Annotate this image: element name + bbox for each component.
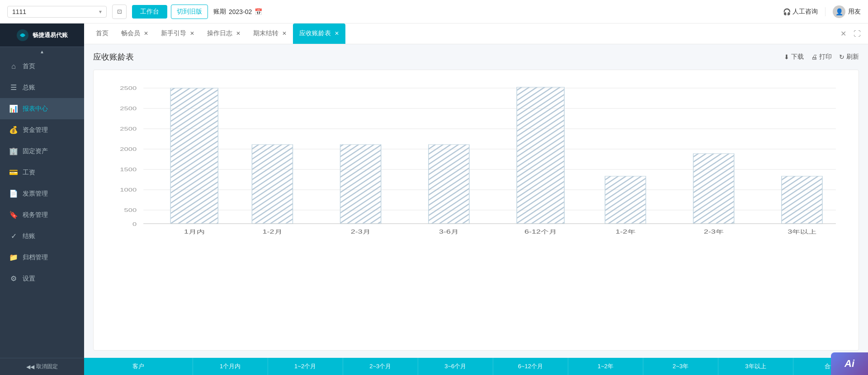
- download-button[interactable]: ⬇ 下载: [784, 53, 804, 61]
- close-tab-button[interactable]: ✕: [839, 28, 848, 40]
- ai-badge[interactable]: Ai: [831, 352, 868, 375]
- tab-label: 新手引导: [161, 29, 186, 38]
- tab-actions: ✕ ⛶: [839, 28, 863, 40]
- copy-icon: ⊡: [117, 8, 122, 15]
- archive-icon: 📁: [9, 253, 18, 262]
- col-1-2month: 1~2个月: [268, 358, 343, 375]
- sidebar-item-label: 固定资产: [23, 147, 48, 155]
- sidebar-item-label: 报表中心: [23, 105, 48, 113]
- app-logo-text: 畅捷通易代账: [33, 31, 68, 39]
- col-1month: 1个月内: [193, 358, 268, 375]
- headset-icon: 🎧: [783, 8, 791, 15]
- sidebar-item-settings[interactable]: ⚙ 设置: [0, 268, 84, 289]
- app-logo-icon: [16, 29, 29, 42]
- refresh-icon: ↻: [839, 53, 844, 61]
- tab-close-oplog[interactable]: ✕: [236, 30, 241, 37]
- page-content: 应收账龄表 ⬇ 下载 🖨 打印 ↻ 刷新: [84, 44, 868, 358]
- refresh-label: 刷新: [846, 53, 859, 61]
- table-header: 客户 1个月内 1~2个月 2~3个月 3~6个月 6~12个月 1~2年 2~…: [84, 358, 868, 375]
- svg-text:2500: 2500: [120, 85, 137, 91]
- tab-period-end[interactable]: 期末结转 ✕: [247, 23, 293, 44]
- sidebar-item-label: 发票管理: [23, 190, 48, 198]
- sidebar-item-tax[interactable]: 🔖 税务管理: [0, 204, 84, 225]
- invoice-icon: 📄: [9, 189, 18, 198]
- user-button[interactable]: 👤 用友: [833, 5, 861, 18]
- assets-icon: 🏢: [9, 147, 18, 155]
- tab-aging[interactable]: 应收账龄表 ✕: [293, 23, 345, 44]
- workbench-button[interactable]: 工作台: [132, 5, 167, 19]
- sidebar-item-salary[interactable]: 💳 工资: [0, 162, 84, 183]
- header-right: 🎧 人工咨询 👤 用友: [783, 5, 861, 18]
- tax-icon: 🔖: [9, 211, 18, 219]
- sidebar-item-label: 税务管理: [23, 211, 48, 219]
- tab-close-aging[interactable]: ✕: [335, 30, 339, 37]
- maximize-tab-button[interactable]: ⛶: [852, 28, 863, 40]
- calendar-icon[interactable]: 📅: [255, 8, 262, 15]
- svg-text:1月内: 1月内: [184, 229, 204, 234]
- svg-text:2-3月: 2-3月: [351, 229, 371, 234]
- user-avatar-icon: 👤: [833, 5, 845, 18]
- checkout-icon: ✓: [9, 232, 18, 240]
- settings-icon: ⚙: [9, 274, 18, 283]
- svg-rect-19: [252, 145, 292, 224]
- sidebar-item-funds[interactable]: 💰 资金管理: [0, 119, 84, 141]
- sidebar-item-label: 总账: [23, 84, 35, 92]
- chart-wrap: 2500 2500 2500 2000 1500 1000 500 0: [103, 79, 849, 251]
- sidebar: 畅捷通易代账 ▲ ⌂ 首页 ☰ 总账 📊 报表中心 💰 资金管理 🏢 固定资产 …: [0, 23, 84, 375]
- company-selector[interactable]: 1111 ▾: [7, 6, 107, 18]
- sidebar-item-checkout[interactable]: ✓ 结账: [0, 225, 84, 247]
- tab-guide[interactable]: 新手引导 ✕: [155, 23, 201, 44]
- svg-text:0: 0: [132, 221, 137, 227]
- tab-close-period[interactable]: ✕: [282, 30, 287, 37]
- tab-close-member[interactable]: ✕: [144, 30, 148, 37]
- company-name: 1111: [12, 8, 95, 15]
- col-3-6month: 3~6个月: [418, 358, 493, 375]
- sidebar-item-reports[interactable]: 📊 报表中心: [0, 98, 84, 119]
- svg-rect-24: [693, 154, 734, 224]
- main-layout: 畅捷通易代账 ▲ ⌂ 首页 ☰ 总账 📊 报表中心 💰 资金管理 🏢 固定资产 …: [0, 23, 868, 375]
- svg-text:2000: 2000: [120, 146, 137, 152]
- sidebar-item-home[interactable]: ⌂ 首页: [0, 56, 84, 77]
- top-header: 1111 ▾ ⊡ 工作台 切到旧版 账期 2023-02 📅 🎧 人工咨询 👤 …: [0, 0, 868, 23]
- bar-chart: 2500 2500 2500 2000 1500 1000 500 0: [103, 79, 849, 251]
- sidebar-item-assets[interactable]: 🏢 固定资产: [0, 141, 84, 162]
- tab-label: 应收账龄表: [299, 29, 331, 38]
- svg-text:3-6月: 3-6月: [439, 229, 459, 234]
- cancel-fixed-button[interactable]: ◀◀ 取消固定: [0, 358, 84, 375]
- tab-close-guide[interactable]: ✕: [190, 30, 194, 37]
- sidebar-item-label: 归档管理: [23, 253, 48, 262]
- switch-old-button[interactable]: 切到旧版: [171, 5, 208, 19]
- sidebar-scroll-up[interactable]: ▲: [0, 47, 84, 56]
- content-area: 首页 畅会员 ✕ 新手引导 ✕ 操作日志 ✕ 期末结转 ✕ 应收账龄表 ✕: [84, 23, 868, 375]
- consult-label: 人工咨询: [793, 8, 818, 16]
- sidebar-item-label: 资金管理: [23, 126, 48, 134]
- sidebar-item-invoice[interactable]: 📄 发票管理: [0, 183, 84, 204]
- ledger-icon: ☰: [9, 83, 18, 92]
- print-button[interactable]: 🖨 打印: [811, 53, 832, 61]
- sidebar-item-label: 首页: [23, 62, 35, 70]
- page-header: 应收账龄表 ⬇ 下载 🖨 打印 ↻ 刷新: [93, 52, 859, 62]
- download-icon: ⬇: [784, 53, 789, 61]
- consult-button[interactable]: 🎧 人工咨询: [783, 8, 818, 16]
- refresh-button[interactable]: ↻ 刷新: [839, 53, 859, 61]
- svg-text:2-3年: 2-3年: [704, 229, 724, 234]
- sidebar-item-label: 工资: [23, 169, 35, 177]
- sidebar-item-ledger[interactable]: ☰ 总账: [0, 77, 84, 98]
- tab-label: 畅会员: [121, 29, 140, 38]
- svg-rect-23: [605, 176, 646, 224]
- sidebar-item-archive[interactable]: 📁 归档管理: [0, 247, 84, 268]
- svg-rect-18: [170, 88, 218, 224]
- copy-button[interactable]: ⊡: [112, 5, 127, 19]
- svg-text:3年以上: 3年以上: [788, 229, 816, 234]
- user-label: 用友: [848, 8, 861, 16]
- tab-label: 首页: [96, 29, 108, 38]
- tab-member[interactable]: 畅会员 ✕: [115, 23, 155, 44]
- col-2-3month: 2~3个月: [343, 358, 418, 375]
- svg-rect-25: [782, 176, 822, 224]
- download-label: 下载: [791, 53, 804, 61]
- svg-text:1-2年: 1-2年: [616, 229, 636, 234]
- reports-icon: 📊: [9, 104, 18, 113]
- svg-rect-22: [517, 87, 564, 224]
- tab-home[interactable]: 首页: [90, 23, 115, 44]
- tab-oplog[interactable]: 操作日志 ✕: [201, 23, 247, 44]
